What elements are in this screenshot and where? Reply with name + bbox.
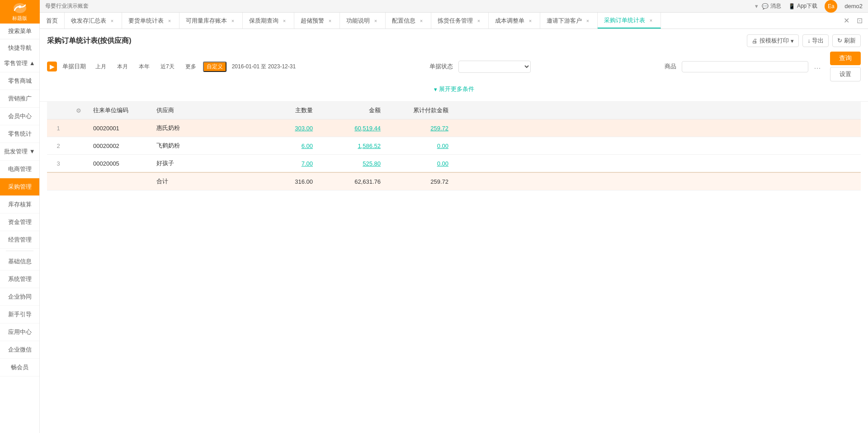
goods-input-more-icon[interactable]: … [814, 62, 821, 71]
cell-paid[interactable]: 0.00 [386, 155, 454, 173]
quick-more[interactable]: 更多 [181, 62, 200, 72]
quick-this-month[interactable]: 本月 [113, 62, 132, 72]
sidebar-item-vip[interactable]: 畅会员 [0, 359, 39, 376]
quick-7-days[interactable]: 近7天 [156, 62, 179, 72]
settings-icon[interactable]: ⚙ [76, 107, 81, 114]
cell-amount[interactable]: 1,586.52 [318, 137, 386, 155]
sidebar-item-finance[interactable]: 资金管理 [0, 214, 39, 231]
search-menu[interactable]: 搜索菜单 [0, 24, 39, 39]
close-tab-stock[interactable]: × [230, 18, 236, 24]
summary-supplier: 合计 [151, 172, 264, 190]
close-tab-overstock[interactable]: × [327, 18, 333, 24]
export-btn[interactable]: ↓ 导出 [802, 34, 829, 47]
template-print-btn[interactable]: 🖨 按模板打印 ▾ [747, 34, 799, 47]
th-extra [454, 102, 861, 119]
tab-pick-task[interactable]: 拣货任务管理 × [431, 13, 489, 29]
settings-btn[interactable]: 设置 [830, 67, 861, 81]
data-table: ⚙ 往来单位编码 供应商 主数量 金额 累计付款金额 1 [47, 102, 861, 190]
quick-this-year[interactable]: 本年 [135, 62, 154, 72]
close-tab-pick[interactable]: × [476, 18, 482, 24]
th-supplier: 供应商 [151, 102, 264, 119]
app-logo[interactable]: 标题版 [0, 0, 40, 24]
close-tab-function[interactable]: × [373, 18, 379, 24]
cell-qty[interactable]: 7.00 [264, 155, 318, 173]
topbar: 母婴行业演示账套 ▾ 💬 消息 📱 App下载 Ea demo2 [40, 0, 868, 13]
sidebar-item-system[interactable]: 系统管理 [0, 271, 39, 288]
cell-amount[interactable]: 525.80 [318, 155, 386, 173]
close-tab-config[interactable]: × [418, 18, 425, 24]
status-select[interactable] [458, 61, 531, 73]
cell-amount[interactable]: 60,519.44 [318, 119, 386, 137]
app-download-btn[interactable]: 📱 App下载 [788, 2, 817, 10]
sidebar-item-newguide[interactable]: 新手引导 [0, 306, 39, 324]
th-settings[interactable]: ⚙ [70, 102, 88, 119]
message-icon: 💬 [762, 3, 769, 10]
cell-extra [454, 119, 861, 137]
summary-paid: 259.72 [386, 172, 454, 190]
date-range-display: 2016-01-01 至 2023-12-31 [232, 63, 296, 71]
close-tab-receive[interactable]: × [109, 18, 115, 24]
cell-no: 2 [47, 137, 70, 155]
logo-text: 标题版 [12, 15, 27, 22]
search-menu-label: 搜索菜单 [8, 28, 32, 34]
filter-toggle-btn[interactable]: ▶ [47, 62, 57, 71]
tab-overstock[interactable]: 超储预警 × [294, 13, 340, 29]
sidebar-item-wechat[interactable]: 企业微信 [0, 341, 39, 359]
summary-extra [454, 172, 861, 190]
goods-input[interactable] [682, 61, 808, 72]
sidebar-item-marketing[interactable]: 营销推广 [0, 90, 39, 108]
tab-cost-adjust[interactable]: 成本调整单 × [489, 13, 540, 29]
refresh-btn[interactable]: ↻ 刷新 [832, 34, 861, 47]
user-avatar[interactable]: Ea [825, 0, 837, 13]
sidebar-item-inventory[interactable]: 库存核算 [0, 196, 39, 214]
search-btn[interactable]: 查询 [830, 52, 861, 65]
sidebar-item-retail[interactable]: 零售管理 ▲ [0, 55, 39, 72]
sidebar-item-appcenter[interactable]: 应用中心 [0, 324, 39, 341]
sidebar-item-wholesale[interactable]: 批发管理 ▼ [0, 143, 39, 161]
cell-qty[interactable]: 303.00 [264, 119, 318, 137]
tab-purchase-order-stats[interactable]: 采购订单统计表 × [598, 13, 661, 29]
download-icon: 📱 [788, 3, 795, 10]
cell-code: 00020005 [88, 155, 151, 173]
sidebar-item-member[interactable]: 会员中心 [0, 108, 39, 125]
close-tab-cost[interactable]: × [527, 18, 533, 24]
custom-date-btn[interactable]: 自定义 [203, 62, 226, 72]
cell-paid[interactable]: 0.00 [386, 137, 454, 155]
close-tab-order[interactable]: × [166, 18, 173, 24]
close-tab-purchase[interactable]: × [648, 17, 654, 24]
tab-order-stats[interactable]: 要货单统计表 × [122, 13, 179, 29]
quick-last-month[interactable]: 上月 [91, 62, 110, 72]
workspace-dropdown-icon[interactable]: ▾ [755, 3, 758, 10]
close-tab-expiry[interactable]: × [281, 18, 288, 24]
summary-settings [70, 172, 88, 190]
sidebar-item-business[interactable]: 经营管理 [0, 231, 39, 249]
cell-supplier: 好孩子 [151, 155, 264, 173]
page-header: 采购订单统计表(按供应商) 🖨 按模板打印 ▾ ↓ 导出 ↻ 刷新 [40, 29, 868, 47]
th-amount: 金额 [318, 102, 386, 119]
close-tab-invite[interactable]: × [585, 18, 591, 24]
filter-area: ▶ 单据日期 上月 本月 本年 近7天 更多 自定义 2016-01-01 至 … [40, 47, 868, 102]
sidebar-item-purchase[interactable]: 采购管理 [0, 178, 39, 196]
close-all-tabs-btn[interactable]: ✕ [842, 16, 851, 25]
cell-qty[interactable]: 6.00 [264, 137, 318, 155]
sidebar-item-retail-shop[interactable]: 零售商城 [0, 72, 39, 90]
header-actions: 🖨 按模板打印 ▾ ↓ 导出 ↻ 刷新 [747, 34, 861, 47]
tab-receive-summary[interactable]: 收发存汇总表 × [65, 13, 122, 29]
expand-more-btn[interactable]: ▾ 展开更多条件 [434, 85, 474, 93]
print-icon: 🖨 [752, 38, 758, 44]
tab-invite[interactable]: 邀请下游客户 × [540, 13, 598, 29]
expand-tabs-btn[interactable]: ⊡ [855, 16, 864, 25]
tab-expiry[interactable]: 保质期查询 × [243, 13, 294, 29]
expand-row: ▾ 展开更多条件 [47, 81, 861, 97]
sidebar-item-enterprise[interactable]: 企业协同 [0, 288, 39, 306]
cell-paid[interactable]: 259.72 [386, 119, 454, 137]
sidebar-item-retail-stats[interactable]: 零售统计 [0, 125, 39, 143]
tab-home[interactable]: 首页 [40, 13, 65, 29]
tab-available-stock[interactable]: 可用量库存账本 × [179, 13, 243, 29]
tab-function[interactable]: 功能说明 × [340, 13, 386, 29]
message-btn[interactable]: 💬 消息 [762, 2, 781, 10]
cell-extra [454, 155, 861, 173]
tab-config[interactable]: 配置信息 × [386, 13, 431, 29]
sidebar-item-basic[interactable]: 基础信息 [0, 253, 39, 271]
sidebar-item-ecommerce[interactable]: 电商管理 [0, 161, 39, 178]
